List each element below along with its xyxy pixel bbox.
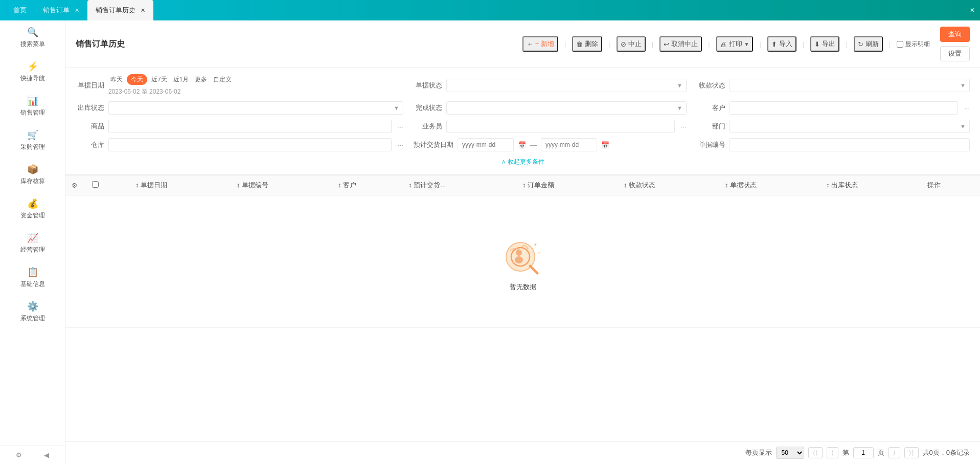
- calendar-from-icon[interactable]: 📅: [518, 141, 526, 149]
- content-area: 销售订单历史 ＋ + 新增 | 🗑 删除 | ⊘ 中止 | ↩: [65, 20, 980, 464]
- settings-gear-icon[interactable]: ⚙: [72, 182, 78, 189]
- table-header-checkbox[interactable]: [86, 175, 129, 195]
- sidebar-item-operations-label: 经营管理: [20, 246, 45, 254]
- calendar-to-icon[interactable]: 📅: [601, 141, 609, 149]
- filter-complete-status-col: 完成状态 ▼: [414, 101, 687, 115]
- customer-label: 客户: [697, 103, 725, 113]
- goods-ellipsis[interactable]: ···: [398, 123, 403, 130]
- sidebar-item-inventory-label: 库存核算: [20, 177, 45, 186]
- select-all-checkbox[interactable]: [92, 181, 99, 188]
- table-col-bill-no[interactable]: ↕ 单据编号: [231, 175, 332, 195]
- first-page-button[interactable]: ⟨⟨: [808, 447, 823, 458]
- query-button[interactable]: 查询: [940, 27, 970, 42]
- search-icon: 🔍: [27, 27, 38, 38]
- print-button-label: 打印: [729, 39, 742, 49]
- warehouse-ellipsis[interactable]: ···: [398, 141, 403, 149]
- delivery-status-select[interactable]: [108, 101, 403, 115]
- salesman-label: 业务员: [414, 122, 442, 131]
- payment-status-select[interactable]: [730, 79, 970, 92]
- filter-bill-no-col: 单据编号: [697, 138, 970, 151]
- export-icon: ⬇: [814, 40, 820, 48]
- tab-sales-order-close[interactable]: ✕: [75, 7, 79, 14]
- sidebar-item-inventory[interactable]: 📦 库存核算: [0, 158, 65, 192]
- sidebar-item-basic-info[interactable]: 📋 基础信息: [0, 260, 65, 295]
- sidebar-item-operations[interactable]: 📈 经营管理: [0, 226, 65, 260]
- sidebar-collapse-icon[interactable]: ◀: [44, 451, 49, 459]
- display-detail-label: 显示明细: [905, 40, 930, 49]
- date-today-btn[interactable]: 今天: [127, 74, 147, 85]
- prev-page-button[interactable]: ⟨: [827, 447, 838, 458]
- sidebar-item-sales[interactable]: 📊 销售管理: [0, 89, 65, 123]
- delete-button[interactable]: 🗑 删除: [572, 36, 602, 52]
- salesman-input[interactable]: [446, 120, 675, 133]
- cancel-stop-button[interactable]: ↩ 取消中止: [659, 36, 702, 52]
- table-col-delivery-status[interactable]: ↕ 出库状态: [820, 175, 921, 195]
- customer-ellipsis[interactable]: ···: [964, 104, 970, 112]
- customer-input[interactable]: [730, 101, 958, 115]
- sidebar-item-quick-nav-label: 快捷导航: [20, 74, 45, 83]
- sidebar-item-purchase[interactable]: 🛒 采购管理: [0, 123, 65, 158]
- import-button-label: 导入: [779, 39, 792, 49]
- settings-button[interactable]: 设置: [940, 46, 970, 61]
- next-page-button[interactable]: ⟩: [888, 447, 900, 458]
- data-table: ⚙ ↕ 单据日期 ↕ 单据编号: [65, 175, 980, 328]
- tab-home[interactable]: 首页: [5, 0, 35, 20]
- purchase-icon: 🛒: [27, 129, 38, 141]
- table-col-order-amount[interactable]: ↕ 订单金额: [516, 175, 618, 195]
- bill-no-label: 单据编号: [697, 140, 725, 149]
- delivery-date-label: 预计交货日期: [414, 140, 453, 149]
- per-page-select[interactable]: 50 20 100 200: [776, 447, 804, 459]
- date-filter-label: 单据日期: [76, 81, 104, 90]
- empty-state: ✦ ✦ 暂无数据: [72, 201, 974, 322]
- bill-no-input[interactable]: [730, 138, 970, 151]
- complete-status-label: 完成状态: [414, 103, 442, 113]
- filter-goods-col: 商品 ···: [76, 120, 403, 133]
- salesman-ellipsis[interactable]: ···: [681, 123, 687, 130]
- filter-delivery-date-col: 预计交货日期 📅 — 📅: [414, 138, 687, 151]
- date-filter-area: 昨天 今天 近7天 近1月 更多 自定义 2023-06-02 至 2023-0…: [108, 74, 234, 96]
- sidebar-bottom: ⚙ ◀: [0, 446, 65, 464]
- sidebar-item-quick-nav[interactable]: ⚡ 快捷导航: [0, 55, 65, 89]
- export-button[interactable]: ⬇ 导出: [810, 36, 839, 52]
- svg-point-3: [516, 250, 522, 256]
- table-col-payment-status[interactable]: ↕ 收款状态: [618, 175, 719, 195]
- table-col-customer[interactable]: ↕ 客户: [332, 175, 402, 195]
- date-more-btn[interactable]: 更多: [193, 74, 209, 85]
- main-layout: 🔍 搜索菜单 ⚡ 快捷导航 📊 销售管理 🛒 采购管理 📦 库存核算 💰 资金管…: [0, 20, 980, 464]
- dept-select[interactable]: [730, 120, 970, 133]
- per-page-label: 每页显示: [745, 448, 772, 457]
- collapse-row[interactable]: ∧ 收起更多条件: [76, 156, 970, 168]
- filter-warehouse-col: 仓库 ···: [76, 138, 403, 151]
- table-col-delivery-date[interactable]: ↕ 预计交货...: [402, 175, 516, 195]
- complete-status-select[interactable]: [446, 101, 687, 115]
- date-1month-btn[interactable]: 近1月: [171, 74, 191, 85]
- last-page-button[interactable]: ⟩⟩: [904, 447, 919, 458]
- date-custom-btn[interactable]: 自定义: [211, 74, 234, 85]
- table-settings-header[interactable]: ⚙: [65, 175, 86, 195]
- new-button[interactable]: ＋ + 新增: [522, 36, 558, 52]
- sidebar-settings-icon[interactable]: ⚙: [16, 451, 22, 459]
- goods-input[interactable]: [108, 120, 392, 133]
- delivery-date-to-input[interactable]: [541, 138, 597, 151]
- bill-status-select[interactable]: [446, 79, 687, 92]
- refresh-button[interactable]: ↻ 刷新: [854, 36, 883, 52]
- tab-sales-order-history-close[interactable]: ✕: [141, 7, 145, 14]
- close-window-icon[interactable]: ✕: [970, 7, 975, 14]
- inventory-icon: 📦: [27, 164, 38, 175]
- stop-button[interactable]: ⊘ 中止: [617, 36, 646, 52]
- import-button[interactable]: ⬆ 导入: [767, 36, 796, 52]
- date-yesterday-btn[interactable]: 昨天: [108, 74, 125, 85]
- sidebar-search[interactable]: 🔍 搜索菜单: [0, 20, 65, 55]
- tab-sales-order[interactable]: 销售订单 ✕: [35, 0, 87, 20]
- table-col-date[interactable]: ↕ 单据日期: [129, 175, 231, 195]
- table-col-bill-status[interactable]: ↕ 单据状态: [719, 175, 820, 195]
- sidebar-item-system[interactable]: ⚙️ 系统管理: [0, 295, 65, 329]
- date-7days-btn[interactable]: 近7天: [149, 74, 169, 85]
- print-button[interactable]: 🖨 打印 ▼: [716, 36, 754, 52]
- display-detail-checkbox[interactable]: [897, 41, 903, 48]
- delivery-date-from-input[interactable]: [458, 138, 514, 151]
- tab-sales-order-history[interactable]: 销售订单历史 ✕: [87, 0, 153, 20]
- sidebar-item-finance[interactable]: 💰 资金管理: [0, 192, 65, 226]
- warehouse-input[interactable]: [108, 138, 392, 151]
- page-number-input[interactable]: 1: [853, 447, 874, 458]
